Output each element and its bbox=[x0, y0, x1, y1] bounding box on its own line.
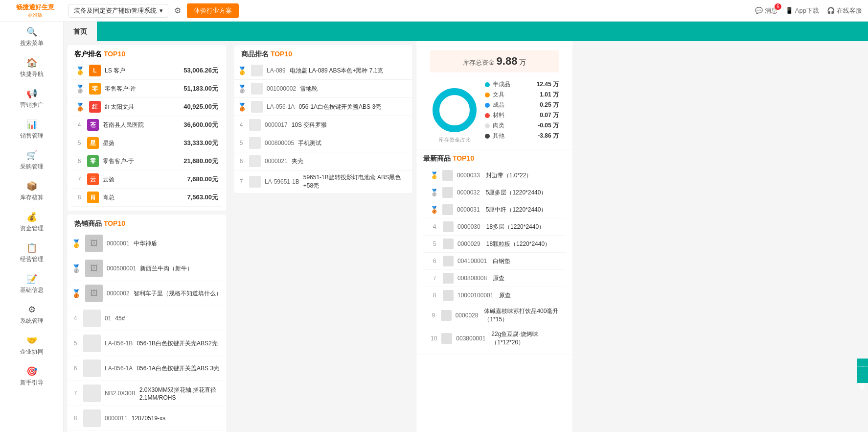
newest-item: 8 10000100001 原查 bbox=[423, 287, 566, 304]
rank-number: 6 bbox=[237, 158, 245, 165]
medal-icon: 🥉 bbox=[71, 289, 81, 298]
sidebar-label-basic-info: 基础信息 bbox=[20, 286, 44, 294]
product-thumb bbox=[442, 170, 453, 181]
home-tab[interactable]: 首页 bbox=[64, 22, 97, 41]
product-name: 原查 bbox=[493, 274, 504, 283]
online-service-button[interactable]: 🎧 在线客服 bbox=[827, 6, 862, 15]
customer-list: 🥇 L LS 客户 53,006.26元 🥈 零 零售客户-许 51,183.0… bbox=[68, 62, 226, 211]
sidebar-item-guide[interactable]: 🎯 新手引导 bbox=[0, 361, 63, 392]
marketing-icon: 📢 bbox=[26, 88, 37, 99]
rank-number: 4 bbox=[71, 315, 79, 322]
legend-item: 材料 0.07 万 bbox=[485, 111, 559, 120]
sidebar-item-purchase[interactable]: 🛒 采购管理 bbox=[0, 145, 63, 176]
product-code: 003800001 bbox=[456, 335, 485, 342]
community-button[interactable]: 服务社区 bbox=[857, 367, 868, 375]
product-name: 原查 bbox=[499, 291, 511, 300]
hot-product-item: 🥈 🖼 000500001 新西兰牛肉（新牛） bbox=[68, 256, 226, 281]
customer-name: 肖总 bbox=[103, 193, 183, 202]
customer-amount: 40,925.00元 bbox=[183, 102, 218, 111]
inventory-total: 库存总资金 9.88 万 bbox=[430, 50, 559, 72]
sidebar-item-inventory[interactable]: 📦 库存核算 bbox=[0, 176, 63, 207]
logo: 畅捷通好生意 标准版 bbox=[6, 3, 65, 19]
service-hotline-button[interactable]: 客服热线 bbox=[857, 359, 868, 367]
sidebar-item-cooperation[interactable]: 🤝 企业协同 bbox=[0, 330, 63, 361]
live-button[interactable]: 直播 bbox=[857, 375, 868, 383]
product-code: LA-056-1B bbox=[105, 340, 133, 347]
content-header: 首页 bbox=[64, 22, 868, 41]
product-code: LA-056-1A bbox=[267, 103, 295, 110]
product-code: LA-089 bbox=[267, 67, 286, 74]
rank-number: 9 bbox=[430, 312, 437, 319]
left-panel: 客户排名 TOP10 🥇 L LS 客户 53,006.26元 🥈 零 零售客户… bbox=[64, 41, 230, 432]
float-buttons: 客服热线 服务社区 直播 bbox=[857, 359, 868, 383]
customer-list-item: 8 肖 肖总 7,563.00元 bbox=[71, 189, 222, 207]
system-selector[interactable]: 装备及固定资产辅助管理系统 ▾ bbox=[69, 4, 168, 18]
hot-product-item: 5 LA-056-1B 056-1B白色按键开关壳ABS2壳 bbox=[68, 331, 226, 356]
medal-icon: 🥈 bbox=[430, 189, 438, 196]
product-ranking-item: 7 LA-59651-1B 59651-1B旋转投影灯电池盒 ABS黑色+58壳 bbox=[234, 170, 412, 193]
sidebar-item-management[interactable]: 📋 经营管理 bbox=[0, 238, 63, 268]
product-code: 0000021 bbox=[265, 158, 288, 165]
customer-ranking-section: 客户排名 TOP10 🥇 L LS 客户 53,006.26元 🥈 零 零售客户… bbox=[68, 45, 226, 211]
sidebar-item-nav[interactable]: 🏠 快捷导航 bbox=[0, 52, 63, 83]
legend-dot bbox=[485, 82, 490, 87]
medal-icon: 🥉 bbox=[75, 102, 85, 112]
hot-product-item: 6 LA-056-1A 056-1A白色按键开关盖ABS 3壳 bbox=[68, 356, 226, 381]
product-name: 056-1A白色按键开关盖ABS 3壳 bbox=[298, 103, 409, 111]
product-code: 10000100001 bbox=[457, 292, 493, 299]
legend-item: 其他 -3.86 万 bbox=[485, 132, 559, 140]
product-code: 0000029 bbox=[457, 240, 480, 247]
app-download-button[interactable]: 📱 App下载 bbox=[785, 6, 819, 15]
legend-name: 其他 bbox=[493, 132, 535, 140]
customer-amount: 7,680.00元 bbox=[187, 175, 218, 184]
customer-amount: 36,600.00元 bbox=[183, 120, 218, 129]
product-name: 59651-1B旋转投影灯电池盒 ABS黑色+58壳 bbox=[303, 173, 409, 190]
medal-icon: 🥇 bbox=[71, 239, 81, 248]
sidebar-item-sales[interactable]: 📊 销售管理 bbox=[0, 114, 63, 145]
inventory-unit: 万 bbox=[519, 58, 526, 66]
product-ranking-list: 🥇 LA-089 电池盖 LA-089 ABS本色+黑种 7.1克 🥈 0010… bbox=[234, 62, 412, 193]
sidebar-label-sales: 销售管理 bbox=[20, 132, 44, 140]
rank-number: 8 bbox=[71, 415, 79, 422]
customer-list-item: 7 云 云扬 7,680.00元 bbox=[71, 170, 222, 189]
product-name: 手机测试 bbox=[298, 139, 409, 147]
product-code: 000500001 bbox=[107, 265, 136, 272]
product-thumb bbox=[443, 273, 454, 284]
rank-number: 5 bbox=[71, 340, 79, 347]
sidebar-label-guide: 新手引导 bbox=[20, 379, 44, 387]
product-name: 5厘多层（1220*2440） bbox=[486, 189, 547, 197]
product-thumb bbox=[251, 83, 263, 95]
logo-sub: 标准版 bbox=[28, 12, 43, 19]
rank-number: 5 bbox=[75, 140, 83, 146]
sidebar-item-finance[interactable]: 💰 资金管理 bbox=[0, 207, 63, 238]
sales-icon: 📊 bbox=[26, 119, 37, 130]
legend-item: 肉类 -0.05 万 bbox=[485, 121, 559, 130]
messages-button[interactable]: 💬 消息 6 bbox=[755, 6, 777, 15]
rank-number: 8 bbox=[75, 194, 83, 201]
product-code: 0000033 bbox=[457, 172, 480, 179]
product-thumb bbox=[443, 290, 454, 301]
sidebar-label-finance: 资金管理 bbox=[20, 224, 44, 233]
customer-avatar: 零 bbox=[89, 83, 101, 95]
message-icon: 💬 bbox=[755, 7, 763, 14]
sidebar-label-marketing: 营销推广 bbox=[20, 101, 44, 109]
customer-list-item: 🥇 L LS 客户 53,006.26元 bbox=[71, 62, 222, 80]
trial-button[interactable]: 体验行业方案 bbox=[187, 3, 239, 18]
product-code: 01 bbox=[105, 315, 111, 322]
sidebar-item-basic-info[interactable]: 📝 基础信息 bbox=[0, 268, 63, 299]
medal-icon: 🥇 bbox=[75, 66, 85, 75]
settings-button[interactable]: ⚙ bbox=[172, 4, 183, 17]
legend-value: 1.01 万 bbox=[540, 91, 559, 99]
search-icon: 🔍 bbox=[26, 26, 37, 37]
sidebar-item-marketing[interactable]: 📢 营销推广 bbox=[0, 83, 63, 114]
product-thumb bbox=[83, 360, 101, 377]
sidebar-item-system[interactable]: ⚙ 系统管理 bbox=[0, 299, 63, 330]
medal-icon: 🥇 bbox=[430, 171, 438, 179]
rank-number: 4 bbox=[237, 121, 245, 128]
sidebar-item-search[interactable]: 🔍 搜索菜单 bbox=[0, 22, 63, 52]
topbar-right: 💬 消息 6 📱 App下载 🎧 在线客服 bbox=[755, 6, 862, 15]
product-name: 18多层（1220*2440） bbox=[486, 223, 545, 231]
hot-product-item: 🥉 🖼 0000002 智利车子里（规格不知道填什么） bbox=[68, 281, 226, 306]
product-ranking-item: 🥉 LA-056-1A 056-1A白色按键开关盖ABS 3壳 bbox=[234, 98, 412, 116]
rank-number: 6 bbox=[71, 365, 79, 372]
